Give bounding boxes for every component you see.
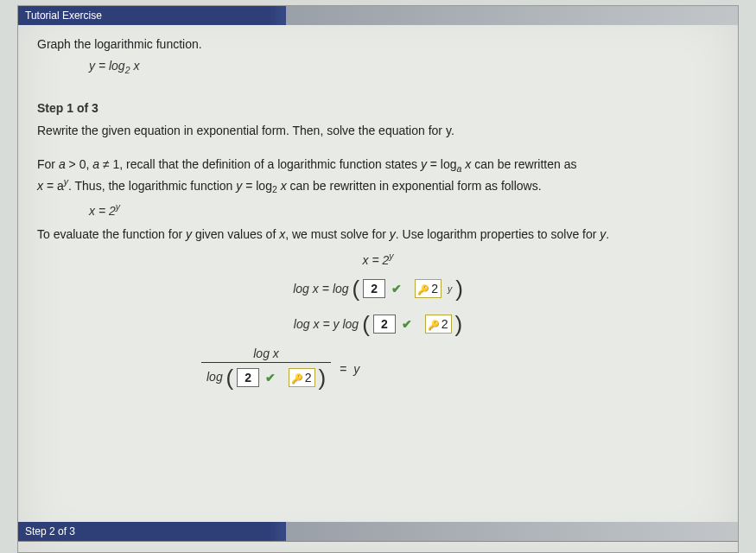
header-bar: Tutorial Exercise bbox=[18, 6, 738, 25]
p1-op2: ≠ 1, bbox=[99, 157, 123, 171]
p2-m2: , we must solve for bbox=[285, 227, 390, 241]
footer-title: Step 2 of 3 bbox=[18, 522, 286, 541]
p1-mid4: can be rewritten in exponential form as … bbox=[287, 179, 542, 193]
answer-input-2[interactable]: 2 bbox=[373, 315, 396, 334]
lparen-1: ( bbox=[353, 276, 360, 302]
p1-gen-eq: = log bbox=[427, 157, 457, 171]
lparen-2: ( bbox=[362, 311, 370, 338]
p2-m1: given values of bbox=[192, 227, 279, 241]
eq-base: 2 bbox=[125, 65, 130, 75]
hint-val-1: 2 bbox=[431, 282, 438, 296]
fraction-den: log ( 2 ✔ 🔑2 ) bbox=[201, 363, 331, 391]
p1-a1: a bbox=[59, 157, 66, 171]
bulb-icon-2: 🔑 bbox=[428, 320, 440, 330]
footer: Step 2 of 3 bbox=[18, 522, 738, 542]
p2-end: . bbox=[606, 227, 609, 241]
den-log: log bbox=[206, 370, 223, 384]
header-title: Tutorial Exercise bbox=[18, 6, 286, 25]
hint-val-2: 2 bbox=[442, 317, 448, 331]
p2-v3: y bbox=[390, 227, 396, 241]
p1-a2: a bbox=[92, 157, 99, 171]
d0-x: x bbox=[363, 253, 369, 267]
p1-mid3: Thus, the logarithmic function bbox=[72, 179, 236, 193]
fraction: log x log ( 2 ✔ 🔑2 ) bbox=[201, 346, 331, 391]
derive-eq-3: log x log ( 2 ✔ 🔑2 ) = y bbox=[37, 346, 719, 391]
p1-t1: For bbox=[37, 157, 59, 171]
p1-op1: > 0, bbox=[66, 157, 93, 171]
d3-y: y bbox=[353, 362, 359, 376]
answer-input-3[interactable]: 2 bbox=[237, 368, 259, 387]
hint-val-3: 2 bbox=[305, 371, 312, 385]
d1-log: log bbox=[333, 282, 349, 296]
eq-arg-x: x bbox=[133, 59, 139, 73]
fraction-num: log x bbox=[201, 346, 331, 363]
derive-eq-1: log x = log ( 2 ✔ 🔑2 y ) bbox=[37, 276, 719, 302]
num-logx: log x bbox=[253, 346, 279, 360]
hint-2[interactable]: 🔑2 bbox=[425, 315, 452, 334]
d3-eq: = bbox=[340, 362, 346, 376]
p2-m3: . Use logarithm properties to solve for bbox=[396, 227, 600, 241]
hint-1[interactable]: 🔑2 bbox=[415, 279, 442, 298]
exercise-frame: Tutorial Exercise Graph the logarithmic … bbox=[17, 5, 739, 553]
p1-spec-eq: = log bbox=[242, 179, 272, 193]
hint-3[interactable]: 🔑2 bbox=[289, 368, 315, 387]
p1-gen-y: y bbox=[421, 157, 427, 171]
eq-lhs: y bbox=[89, 59, 95, 73]
problem-instruction: Graph the logarithmic function. bbox=[37, 35, 719, 54]
d1-logx: log x bbox=[293, 282, 319, 296]
lparen-3: ( bbox=[226, 365, 234, 391]
exp1-sup: y bbox=[116, 201, 120, 212]
p1-l2x: x bbox=[37, 179, 43, 193]
d2-ylog: y log bbox=[334, 317, 359, 331]
derive-eq-0: x = 2y bbox=[37, 251, 719, 267]
footer-bar: Step 2 of 3 bbox=[18, 522, 738, 541]
header-bar-fill bbox=[286, 6, 738, 25]
p1-gen-arg: x bbox=[461, 157, 471, 171]
exp-form-eq: x = 2y bbox=[89, 201, 719, 218]
check-icon-2: ✔ bbox=[402, 317, 412, 331]
p1-mid1: recall that the definition of a logarith… bbox=[123, 157, 421, 171]
p1-spec-arg: x bbox=[277, 179, 287, 193]
d0-eq: = 2 bbox=[369, 253, 390, 267]
d2-logx: log x bbox=[294, 317, 320, 331]
answer-input-1[interactable]: 2 bbox=[363, 279, 385, 298]
rparen-3: ) bbox=[318, 365, 326, 391]
explanation-para-2: To evaluate the function for y given val… bbox=[37, 226, 719, 244]
content-area: Graph the logarithmic function. y = log2… bbox=[18, 25, 738, 391]
d2-eq: = bbox=[322, 317, 329, 331]
problem-equation: y = log2 x bbox=[89, 59, 719, 75]
p2-pre: To evaluate the function for bbox=[37, 227, 186, 241]
exp1-eq: = 2 bbox=[95, 203, 116, 217]
explanation-para-1: For a > 0, a ≠ 1, recall that the defini… bbox=[37, 156, 719, 198]
step-instruction: Rewrite the given equation in exponentia… bbox=[37, 122, 719, 140]
bulb-icon-3: 🔑 bbox=[291, 373, 303, 384]
eq-log: log bbox=[109, 59, 125, 73]
step-heading: Step 1 of 3 bbox=[37, 101, 719, 115]
derive-eq-2: log x = y log ( 2 ✔ 🔑2 ) bbox=[37, 311, 719, 338]
p1-mid2: can be rewritten as bbox=[471, 157, 576, 171]
footer-bar-fill bbox=[286, 522, 738, 541]
check-icon-3: ✔ bbox=[265, 371, 276, 385]
d1-exp: y bbox=[448, 283, 452, 294]
exp1-x: x bbox=[89, 203, 95, 217]
d1-eq: = bbox=[322, 282, 329, 296]
check-icon-1: ✔ bbox=[391, 282, 402, 296]
rparen-1: ) bbox=[455, 276, 463, 302]
d0-sup: y bbox=[389, 251, 393, 261]
p1-l2eq: = a bbox=[43, 179, 64, 193]
eq-equals: = bbox=[98, 59, 109, 73]
p2-v1: y bbox=[186, 227, 192, 241]
bulb-icon-1: 🔑 bbox=[417, 284, 429, 295]
rparen-2: ) bbox=[455, 311, 463, 338]
